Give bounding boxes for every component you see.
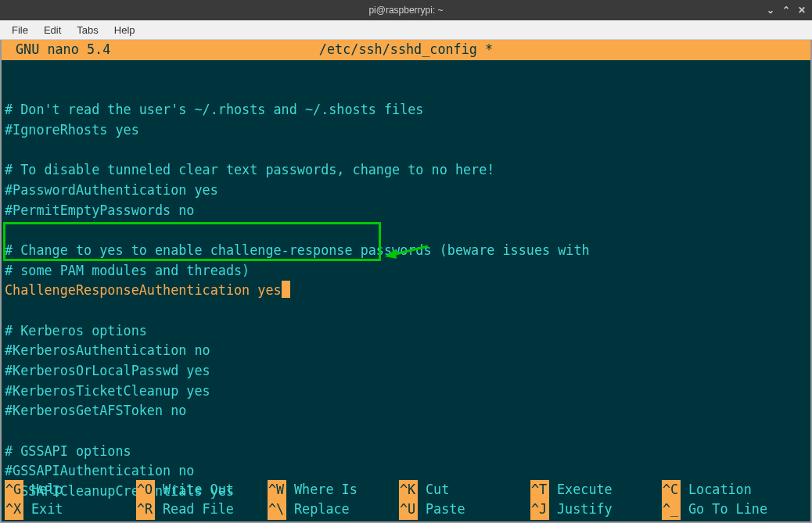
footer-row-2: ^XExit^RRead File^\Replace^UPaste^JJusti… xyxy=(5,500,807,520)
editor-line[interactable]: # Change to yes to enable challenge-resp… xyxy=(5,241,807,261)
footer-shortcut: ^_Go To Line xyxy=(662,500,793,520)
editor-line[interactable]: # Don't read the user's ~/.rhosts and ~/… xyxy=(5,100,807,120)
editor-line[interactable] xyxy=(5,220,807,241)
editor-line[interactable] xyxy=(5,301,807,321)
footer-shortcut: ^GHelp xyxy=(5,480,136,500)
window-title: pi@raspberrypi: ~ xyxy=(368,5,443,16)
menubar: File Edit Tabs Help xyxy=(0,20,812,40)
footer-shortcut: ^CLocation xyxy=(662,480,793,500)
editor-line[interactable]: #PasswordAuthentication yes xyxy=(5,181,807,201)
footer-shortcut: ^UPaste xyxy=(399,500,530,520)
footer-shortcut: ^JJustify xyxy=(530,500,662,520)
shortcut-label: Help xyxy=(23,480,63,500)
editor-line[interactable]: # some PAM modules and threads) xyxy=(5,261,807,281)
shortcut-key: ^U xyxy=(399,500,418,520)
nano-header: GNU nano 5.4 /etc/ssh/sshd_config * xyxy=(2,40,810,60)
editor-line[interactable] xyxy=(5,140,807,160)
editor-line[interactable] xyxy=(5,421,807,442)
shortcut-label: Read File xyxy=(155,500,234,520)
menu-help[interactable]: Help xyxy=(107,22,142,38)
footer-row-1: ^GHelp^OWrite Out^WWhere Is^KCut^TExecut… xyxy=(5,480,807,500)
shortcut-label: Write Out xyxy=(155,480,234,500)
shortcut-key: ^T xyxy=(530,480,549,500)
terminal[interactable]: GNU nano 5.4 /etc/ssh/sshd_config * # Do… xyxy=(0,40,812,523)
shortcut-label: Where Is xyxy=(286,480,357,500)
shortcut-label: Justify xyxy=(549,500,613,520)
editor-text: ChallengeResponseAuthentication yes xyxy=(5,282,282,298)
nano-filename: /etc/ssh/sshd_config * xyxy=(2,40,810,60)
footer-shortcut: ^RRead File xyxy=(136,500,268,520)
shortcut-key: ^_ xyxy=(662,500,681,520)
editor-line[interactable]: # To disable tunneled clear text passwor… xyxy=(5,160,807,181)
menu-file[interactable]: File xyxy=(5,22,35,38)
nano-footer: ^GHelp^OWrite Out^WWhere Is^KCut^TExecut… xyxy=(5,480,807,520)
footer-shortcut: ^KCut xyxy=(399,480,530,500)
footer-shortcut: ^OWrite Out xyxy=(136,480,268,500)
shortcut-key: ^\ xyxy=(268,500,286,520)
menu-edit[interactable]: Edit xyxy=(37,22,68,38)
editor-line[interactable]: #KerberosOrLocalPasswd yes xyxy=(5,361,807,382)
editor-line[interactable]: #PermitEmptyPasswords no xyxy=(5,201,807,221)
shortcut-label: Replace xyxy=(286,500,350,520)
footer-shortcut: ^\Replace xyxy=(268,500,399,520)
shortcut-label: Location xyxy=(681,480,752,500)
editor-line[interactable]: # GSSAPI options xyxy=(5,442,807,462)
shortcut-label: Exit xyxy=(23,500,63,520)
footer-shortcut: ^TExecute xyxy=(530,480,662,500)
shortcut-label: Paste xyxy=(418,500,465,520)
shortcut-key: ^C xyxy=(662,480,681,500)
minimize-icon[interactable]: ⌄ xyxy=(767,5,774,16)
editor-line[interactable]: #GSSAPIAuthentication no xyxy=(5,461,807,482)
editor-line[interactable]: #IgnoreRhosts yes xyxy=(5,120,807,141)
editor-line[interactable]: #KerberosGetAFSToken no xyxy=(5,401,807,421)
editor-line[interactable]: # Kerberos options xyxy=(5,321,807,342)
text-cursor xyxy=(282,281,290,298)
shortcut-key: ^W xyxy=(268,480,286,500)
maximize-icon[interactable]: ⌃ xyxy=(782,5,790,16)
footer-shortcut: ^WWhere Is xyxy=(268,480,399,500)
shortcut-key: ^X xyxy=(5,500,23,520)
shortcut-label: Go To Line xyxy=(681,500,767,520)
shortcut-key: ^K xyxy=(399,480,418,500)
editor-line[interactable]: #KerberosTicketCleanup yes xyxy=(5,382,807,402)
shortcut-key: ^O xyxy=(136,480,155,500)
shortcut-label: Execute xyxy=(549,480,613,500)
shortcut-key: ^R xyxy=(136,500,155,520)
nano-version: GNU nano 5.4 xyxy=(16,40,110,60)
editor-line[interactable]: ChallengeResponseAuthentication yes xyxy=(5,281,807,301)
editor-body[interactable]: # Don't read the user's ~/.rhosts and ~/… xyxy=(2,60,810,502)
shortcut-key: ^G xyxy=(5,480,23,500)
close-icon[interactable]: ✕ xyxy=(798,5,806,16)
shortcut-label: Cut xyxy=(418,480,449,500)
shortcut-key: ^J xyxy=(530,500,549,520)
footer-shortcut: ^XExit xyxy=(5,500,136,520)
editor-line[interactable]: #KerberosAuthentication no xyxy=(5,341,807,361)
menu-tabs[interactable]: Tabs xyxy=(70,22,105,38)
window-titlebar: pi@raspberrypi: ~ ⌄ ⌃ ✕ xyxy=(0,0,812,20)
